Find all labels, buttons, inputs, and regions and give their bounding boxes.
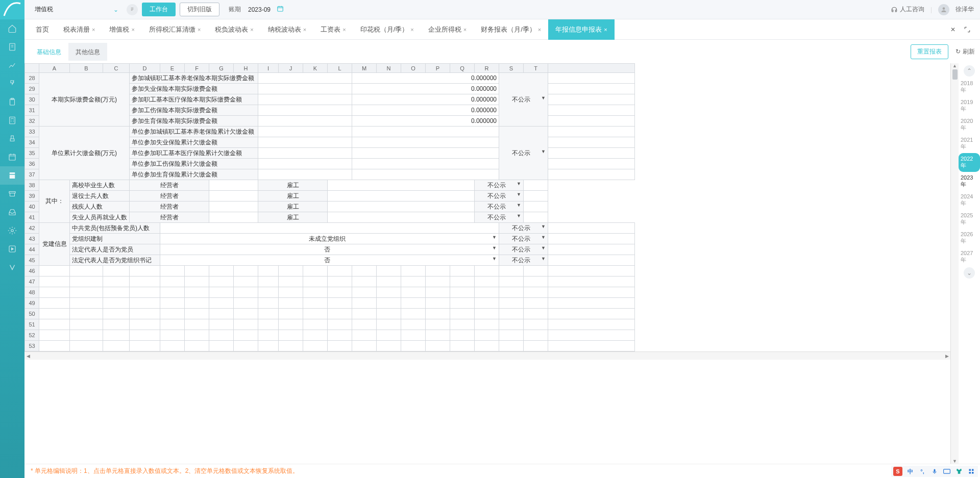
col-header-J[interactable]: J	[279, 64, 303, 73]
year-2019年[interactable]: 2019年	[959, 96, 980, 115]
col-header-I[interactable]: I	[258, 64, 279, 73]
workbench-button[interactable]: 工作台	[142, 3, 176, 16]
tab-0[interactable]: 首页	[29, 19, 56, 40]
row-header-43[interactable]: 43	[25, 234, 39, 244]
nav-money-icon[interactable]	[0, 74, 24, 93]
nav-clipboard-icon[interactable]	[0, 93, 24, 111]
tab-close-icon[interactable]: ×	[131, 27, 134, 33]
nav-calendar-icon[interactable]	[0, 148, 24, 166]
nav-inbox-icon[interactable]	[0, 203, 24, 221]
row-header-33[interactable]: 33	[25, 127, 39, 137]
row-header-42[interactable]: 42	[25, 223, 39, 234]
nav-home-icon[interactable]	[0, 19, 24, 38]
row-header-46[interactable]: 46	[25, 266, 39, 276]
ime-punct-icon[interactable]: °,	[918, 467, 927, 476]
tab-close-icon[interactable]: ×	[303, 27, 306, 33]
col-header-Q[interactable]: Q	[450, 64, 475, 73]
col-header-O[interactable]: O	[401, 64, 426, 73]
refresh-button[interactable]: ↻ 刷新	[955, 47, 975, 56]
col-header-E[interactable]: E	[160, 64, 185, 73]
spreadsheet[interactable]: ABCDEFGHIJKLMNOPQRST28本期实际缴费金额(万元)参加城镇职工…	[24, 63, 950, 464]
row-header-29[interactable]: 29	[25, 84, 39, 94]
row-header-35[interactable]: 35	[25, 148, 39, 159]
tab-close-icon[interactable]: ×	[410, 27, 413, 33]
tab-9[interactable]: 财务报表（月/季）×	[474, 19, 548, 40]
year-2021年[interactable]: 2021年	[959, 134, 980, 153]
row-header-40[interactable]: 40	[25, 202, 39, 212]
nav-stamp-icon[interactable]	[0, 130, 24, 148]
subtab-other[interactable]: 其他信息	[68, 43, 107, 61]
tab-1[interactable]: 税表清册×	[56, 19, 102, 40]
tab-4[interactable]: 税负波动表×	[208, 19, 260, 40]
row-header-52[interactable]: 52	[25, 330, 39, 341]
year-2027年[interactable]: 2027年	[959, 247, 980, 266]
nav-v-icon[interactable]	[0, 258, 24, 276]
col-header-D[interactable]: D	[130, 64, 160, 73]
row-header-30[interactable]: 30	[25, 94, 39, 105]
tab-5[interactable]: 纳税波动表×	[261, 19, 313, 40]
tab-6[interactable]: 工资表×	[313, 19, 353, 40]
tab-close-icon[interactable]: ×	[198, 27, 201, 33]
year-2025年[interactable]: 2025年	[959, 210, 980, 229]
col-header-G[interactable]: G	[209, 64, 234, 73]
ime-zh-icon[interactable]: 中	[905, 467, 915, 476]
nav-calc-icon[interactable]	[0, 111, 24, 130]
ime-mic-icon[interactable]	[930, 467, 939, 476]
nav-chart-icon[interactable]	[0, 56, 24, 74]
subtab-basic[interactable]: 基础信息	[30, 43, 68, 61]
row-header-38[interactable]: 38	[25, 180, 39, 191]
tab-close-icon[interactable]: ×	[538, 27, 541, 33]
expand-button[interactable]	[962, 24, 973, 35]
consult-link[interactable]: 人工咨询	[891, 5, 924, 14]
year-2020年[interactable]: 2020年	[959, 115, 980, 134]
ime-tool-icon[interactable]	[967, 467, 976, 476]
reset-report-button[interactable]: 重置报表	[911, 44, 948, 59]
calendar-icon[interactable]	[277, 5, 284, 14]
row-header-39[interactable]: 39	[25, 191, 39, 202]
col-header-P[interactable]: P	[426, 64, 450, 73]
year-2023年[interactable]: 2023年	[959, 172, 980, 191]
col-header-S[interactable]: S	[499, 64, 524, 73]
ime-keyboard-icon[interactable]	[942, 467, 951, 476]
year-2022年[interactable]: 2022年	[959, 153, 980, 172]
col-header-N[interactable]: N	[377, 64, 401, 73]
switch-old-button[interactable]: 切到旧版	[180, 3, 219, 16]
tab-close-icon[interactable]: ×	[463, 27, 467, 33]
row-header-47[interactable]: 47	[25, 276, 39, 287]
col-header-A[interactable]: A	[39, 64, 70, 73]
col-header-K[interactable]: K	[303, 64, 328, 73]
row-header-28[interactable]: 28	[25, 73, 39, 84]
row-header-51[interactable]: 51	[25, 319, 39, 330]
year-2026年[interactable]: 2026年	[959, 229, 980, 247]
ime-skin-icon[interactable]	[954, 467, 964, 476]
nav-doc-icon[interactable]	[0, 38, 24, 56]
row-header-37[interactable]: 37	[25, 169, 39, 180]
col-header-F[interactable]: F	[185, 64, 209, 73]
tab-3[interactable]: 所得税汇算清缴×	[142, 19, 208, 40]
row-header-36[interactable]: 36	[25, 159, 39, 169]
tab-close-icon[interactable]: ×	[342, 27, 346, 33]
row-header-53[interactable]: 53	[25, 341, 39, 351]
col-header-H[interactable]: H	[234, 64, 258, 73]
tab-close-icon[interactable]: ×	[250, 27, 253, 33]
row-header-50[interactable]: 50	[25, 309, 39, 319]
row-header-45[interactable]: 45	[25, 255, 39, 266]
col-header-R[interactable]: R	[475, 64, 499, 73]
col-header-L[interactable]: L	[328, 64, 352, 73]
row-header-31[interactable]: 31	[25, 105, 39, 116]
record-icon[interactable]	[127, 4, 138, 15]
year-scroll-down[interactable]: ⌄	[964, 267, 975, 279]
tab-8[interactable]: 企业所得税×	[421, 19, 474, 40]
horizontal-scrollbar[interactable]: ◀▶	[24, 351, 950, 360]
row-header-34[interactable]: 34	[25, 137, 39, 148]
close-tab-button[interactable]: ✕	[947, 24, 959, 35]
tab-10[interactable]: 年报信息申报表×	[548, 19, 614, 40]
col-header-B[interactable]: B	[70, 64, 103, 73]
row-header-48[interactable]: 48	[25, 287, 39, 298]
col-header-T[interactable]: T	[524, 64, 548, 73]
row-header-41[interactable]: 41	[25, 212, 39, 223]
vertical-scrollbar[interactable]: ▲ ▼	[950, 63, 959, 464]
tab-7[interactable]: 印花税（月/季）×	[353, 19, 421, 40]
nav-settings-icon[interactable]	[0, 221, 24, 240]
tab-close-icon[interactable]: ×	[92, 27, 95, 33]
